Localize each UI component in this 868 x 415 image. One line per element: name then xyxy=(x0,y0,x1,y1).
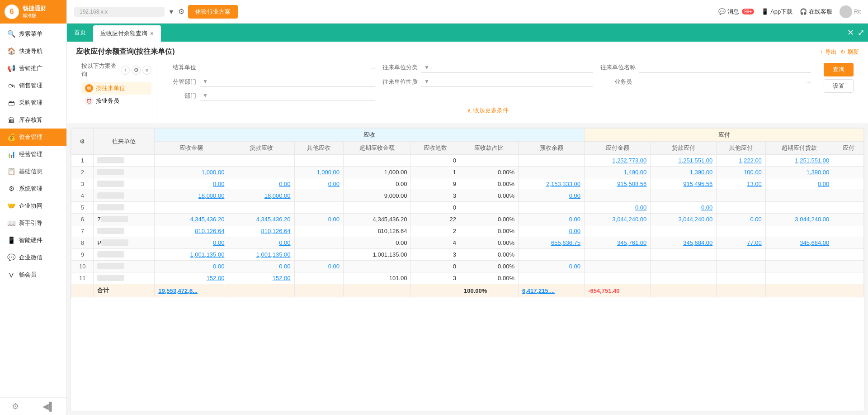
add-scheme-button[interactable]: + xyxy=(121,66,130,75)
col-ys-bs: 应收笔数 xyxy=(411,142,460,155)
row-no: 8 xyxy=(71,237,94,249)
settings-scheme-button[interactable]: ⚙ xyxy=(132,66,141,75)
table-row: 8 P████ 0.00 0.00 0.00 4 0.00% 655,636.7… xyxy=(71,237,864,249)
collapse-scheme-button[interactable]: « xyxy=(142,66,151,75)
row-ys-bs: 9 xyxy=(411,178,460,190)
export-button[interactable]: ↑ 导出 xyxy=(821,48,837,56)
search-option-staff[interactable]: ⏰ 按业务员 xyxy=(81,95,151,107)
fenguang-select[interactable]: ▼ xyxy=(200,76,375,87)
sidebar-item-collab[interactable]: 🤝企业协同 xyxy=(0,197,66,215)
row-yf-tail xyxy=(833,155,864,167)
row-ys-bs: 3 xyxy=(411,190,460,202)
search-controls: + ⚙ « xyxy=(121,66,151,75)
row-ys-zb: 0.00% xyxy=(460,167,518,178)
row-ys-yu: 0.00 xyxy=(518,190,584,202)
footer-ys-zb: 100.00% xyxy=(460,284,518,297)
topbar-gear-icon[interactable]: ⚙ xyxy=(178,7,184,16)
row-ys-bs: 2 xyxy=(411,225,460,237)
sidebar-item-wechat[interactable]: 💬企业微信 xyxy=(0,249,66,266)
table-row: 3 ████ 0.00 0.00 0.00 0.00 9 0.00% 2,153… xyxy=(71,178,864,190)
row-ys-yu xyxy=(518,155,584,167)
row-ys-bs: 3 xyxy=(411,249,460,261)
row-yf-je: 1,490.00 xyxy=(585,167,651,178)
data-table-wrap[interactable]: ⚙ 往来单位 应收 应付 应收金额 贷款应收 其他应收 超期应收金额 应收笔数 … xyxy=(71,128,864,411)
sidebar-item-purchase[interactable]: 🗃采购管理 xyxy=(0,94,66,111)
topbar-left: 192.168.x.x ▼ ⚙ 体验行业方案 xyxy=(74,5,713,19)
row-ys-je: 810,126.64 xyxy=(155,225,228,237)
sidebar-item-marketing[interactable]: 📢营销推广 xyxy=(0,60,66,77)
table-settings-col[interactable]: ⚙ xyxy=(71,129,94,155)
row-cq-yf xyxy=(765,225,833,237)
finance-icon: 💰 xyxy=(7,133,15,141)
message-button[interactable]: 💬 消息 99+ xyxy=(718,8,754,16)
row-ys-je: 4,345,436.20 xyxy=(155,214,228,225)
form-buttons: 查询 设置 xyxy=(818,62,859,124)
table-row: 2 ████ 1,000.00 1,000.00 1,000.00 1 0.00… xyxy=(71,167,864,178)
row-partner: ████ xyxy=(94,249,155,261)
sidebar-settings-icon[interactable]: ⚙ xyxy=(12,401,19,411)
sidebar-item-inventory[interactable]: 🏛库存核算 xyxy=(0,111,66,129)
row-cq-ys: 4,345,436.20 xyxy=(344,214,411,225)
sidebar-collapse-icon[interactable]: ◀▌ xyxy=(42,401,55,411)
footer-ys-bs xyxy=(411,284,460,297)
row-yf-je: 915,508.56 xyxy=(585,178,651,190)
sidebar-item-hardware[interactable]: 📱智能硬件 xyxy=(0,232,66,249)
refresh-button[interactable]: ↻ 刷新 xyxy=(840,48,859,56)
sidebar-item-base[interactable]: 📋基础信息 xyxy=(0,163,66,180)
row-partner: ████ xyxy=(94,167,155,178)
row-cq-ys: 9,000.00 xyxy=(344,190,411,202)
row-cq-yf: 1,390.00 xyxy=(765,167,833,178)
col-cq-ys: 超期应收金额 xyxy=(344,142,411,155)
jiesuan-input[interactable]: ··· xyxy=(200,64,375,71)
topbar-dropdown-icon[interactable]: ▼ xyxy=(168,8,175,15)
tab-close-icon[interactable]: × xyxy=(150,30,154,37)
row-ys-je: 0.00 xyxy=(155,237,228,249)
bumen-select[interactable]: ▼ xyxy=(200,91,375,101)
row-no: 6 xyxy=(71,214,94,225)
sidebar-item-search[interactable]: 🔍搜索菜单 xyxy=(0,25,66,43)
sidebar-nav: 🔍搜索菜单 🏠快捷导航 📢营销推广 🛍销售管理 🗃采购管理 🏛库存核算 💰资金管… xyxy=(0,24,66,397)
service-button[interactable]: 🎧 在线客服 xyxy=(800,8,832,16)
sidebar-item-guide[interactable]: 📖新手引导 xyxy=(0,215,66,232)
staff-option-icon: ⏰ xyxy=(85,97,93,105)
tab-query[interactable]: 应收应付余额查询 × xyxy=(93,25,161,42)
sidebar-item-sales[interactable]: 🛍销售管理 xyxy=(0,77,66,94)
user-avatar[interactable]: Rit xyxy=(840,5,861,18)
row-dk-yf: 3,044,240.00 xyxy=(651,214,717,225)
content: 应收应付余额查询(按往来单位) ↑ 导出 ↻ 刷新 按 xyxy=(67,42,868,415)
laiwan-fenlei-select[interactable]: ▼ xyxy=(421,62,593,73)
row-no: 3 xyxy=(71,178,94,190)
solution-button[interactable]: 体验行业方案 xyxy=(188,5,238,19)
row-yf-je xyxy=(585,249,651,261)
sidebar-item-vip[interactable]: V畅会员 xyxy=(0,266,66,283)
settings-button[interactable]: 设置 xyxy=(824,79,854,93)
topbar-right: 💬 消息 99+ 📱 App下载 🎧 在线客服 Rit xyxy=(718,5,861,18)
search-option-partner[interactable]: 畅 按往来单位 xyxy=(81,82,151,95)
sidebar-logo: 6 畅捷通财 标准版 xyxy=(0,0,66,24)
sidebar-item-nav[interactable]: 🏠快捷导航 xyxy=(0,43,66,60)
yewuyuan-input[interactable]: ··· xyxy=(636,78,811,85)
row-qt-yf: 1,222.00 xyxy=(717,155,766,167)
row-yf-tail xyxy=(833,190,864,202)
laiwan-xingzhi-select[interactable]: ▼ xyxy=(421,76,593,87)
search-title: 按以下方案查询 + ⚙ « xyxy=(81,62,151,78)
tab-maximize-icon[interactable]: ⤢ xyxy=(858,28,864,38)
row-cq-yf xyxy=(765,272,833,284)
row-ys-yu xyxy=(518,202,584,214)
row-qt-ys xyxy=(294,225,344,237)
row-ys-zb: 0.00% xyxy=(460,261,518,272)
collapse-button[interactable]: ∧ 收起更多条件 xyxy=(467,106,509,114)
row-qt-ys: 0.00 xyxy=(294,214,344,225)
row-qt-yf xyxy=(717,190,766,202)
tab-home[interactable]: 首页 xyxy=(67,24,93,42)
row-yf-je xyxy=(585,272,651,284)
row-qt-yf: 0.00 xyxy=(717,214,766,225)
sidebar-item-operation[interactable]: 📊经营管理 xyxy=(0,146,66,163)
app-download-button[interactable]: 📱 App下载 xyxy=(761,8,793,16)
sidebar-item-finance[interactable]: 💰资金管理 xyxy=(0,129,66,146)
tab-close-window-icon[interactable]: ✕ xyxy=(847,28,854,38)
laiwan-name-input[interactable] xyxy=(639,62,811,73)
refresh-icon: ↻ xyxy=(840,48,845,55)
query-button[interactable]: 查询 xyxy=(824,63,854,76)
sidebar-item-system[interactable]: ⚙系统管理 xyxy=(0,180,66,197)
